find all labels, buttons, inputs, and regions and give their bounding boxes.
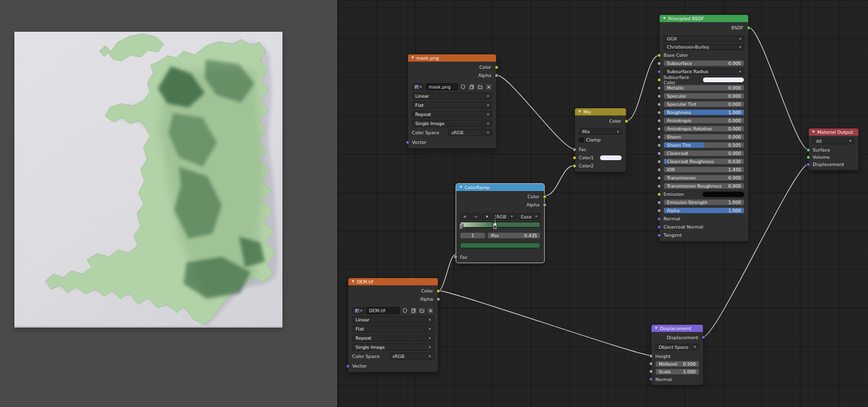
input-socket[interactable]: [573, 164, 576, 168]
node-colorramp[interactable]: ▼ ColorRamp Color Alpha + − ▾ RGB▾ Ease▾: [456, 183, 545, 263]
add-stop-button[interactable]: +: [460, 213, 470, 220]
input-socket[interactable]: [657, 135, 661, 139]
output-socket-alpha[interactable]: [543, 203, 547, 207]
bsdf-param-row[interactable]: Subsurface Color Subsurface Color▾: [664, 76, 744, 84]
output-socket-alpha[interactable]: [436, 297, 440, 301]
mix-input-row[interactable]: Fac Fac▾: [579, 145, 622, 153]
interpolation-dropdown[interactable]: Ease▾: [518, 213, 541, 220]
node-displacement[interactable]: ▼ Displacement Displacement Object Space…: [651, 324, 703, 385]
input-socket[interactable]: [657, 86, 661, 90]
displacement-param-row[interactable]: Midlevel Midlevel0.500▾: [655, 360, 699, 368]
input-socket[interactable]: [657, 225, 661, 229]
input-socket[interactable]: [657, 94, 661, 98]
node-header[interactable]: ▼ DEM.tif: [348, 278, 438, 285]
unlink-image-icon[interactable]: [485, 83, 492, 90]
input-socket[interactable]: [649, 369, 653, 373]
input-socket-vector[interactable]: [406, 140, 409, 144]
node-header[interactable]: ▼ Material Output: [809, 128, 858, 136]
texture-setting-dropdown[interactable]: Single Image Single Image▾: [352, 343, 434, 352]
input-socket[interactable]: [657, 119, 661, 123]
input-socket[interactable]: [573, 156, 576, 160]
input-socket[interactable]: [657, 62, 661, 65]
node-material-output[interactable]: ▼ Material Output All▾ Surface Surface▾: [808, 128, 859, 170]
input-socket[interactable]: [657, 184, 661, 188]
duplicate-image-icon[interactable]: [468, 83, 475, 90]
output-input-row[interactable]: Volume Volume▾: [813, 153, 855, 161]
texture-setting-dropdown[interactable]: Linear Linear▾: [352, 315, 434, 324]
shader-node-editor[interactable]: ▼ mask.png Color Alpha ▾ mask.png: [338, 0, 868, 407]
output-input-row[interactable]: Displacement Displacement▾: [813, 161, 855, 168]
input-socket[interactable]: [657, 209, 661, 213]
bsdf-param-row[interactable]: Metallic Metallic0.000▾: [664, 84, 744, 92]
fake-user-shield-icon[interactable]: [401, 307, 408, 314]
bsdf-param-row[interactable]: IOR IOR1.450▾: [664, 165, 744, 174]
collapse-icon[interactable]: ▼: [663, 17, 665, 20]
displacement-param-row[interactable]: Height Height▾: [655, 352, 699, 360]
fake-user-shield-icon[interactable]: [460, 83, 467, 90]
color-space-dropdown[interactable]: sRGB▾: [448, 129, 492, 136]
texture-setting-dropdown[interactable]: Single Image Single Image▾: [412, 119, 492, 128]
input-socket[interactable]: [657, 70, 661, 74]
bsdf-param-row[interactable]: Alpha Alpha1.000▾: [664, 206, 744, 215]
color-mode-dropdown[interactable]: RGB▾: [493, 213, 516, 220]
gradient-ramp[interactable]: [460, 221, 540, 230]
color-swatch[interactable]: [702, 191, 744, 197]
clamp-checkbox[interactable]: [579, 138, 584, 142]
color-swatch[interactable]: [600, 155, 622, 161]
node-header[interactable]: ▼ Displacement: [651, 325, 703, 332]
input-socket[interactable]: [573, 148, 576, 152]
input-socket[interactable]: [657, 176, 661, 180]
ramp-options-button[interactable]: ▾: [482, 213, 492, 220]
mix-input-row[interactable]: Color1 Color1▾: [579, 153, 622, 162]
input-socket[interactable]: [806, 163, 810, 166]
input-socket[interactable]: [657, 160, 661, 164]
input-socket[interactable]: [657, 53, 661, 57]
texture-setting-dropdown[interactable]: Repeat Repeat▾: [412, 110, 492, 119]
collapse-icon[interactable]: ▼: [352, 280, 354, 283]
stop-index-field[interactable]: 1: [460, 232, 485, 239]
input-socket[interactable]: [657, 111, 661, 114]
input-socket[interactable]: [657, 168, 661, 172]
collapse-icon[interactable]: ▼: [411, 56, 414, 60]
output-socket-color[interactable]: [436, 289, 440, 293]
input-socket[interactable]: [657, 217, 661, 221]
input-socket[interactable]: [657, 192, 661, 196]
output-socket-color[interactable]: [625, 119, 628, 123]
bsdf-param-row[interactable]: Clearcoat Normal Clearcoat Normal▾: [664, 223, 744, 231]
output-socket-alpha[interactable]: [495, 74, 498, 77]
input-socket[interactable]: [657, 102, 661, 106]
output-input-row[interactable]: Surface Surface▾: [813, 146, 855, 153]
input-socket[interactable]: [657, 233, 661, 237]
node-principled-bsdf[interactable]: ▼ Principled BSDF BSDF GGX▾ Christensen-…: [659, 14, 749, 242]
image-browse-button[interactable]: ▾: [412, 83, 424, 90]
bsdf-param-row[interactable]: Anisotropic Rotation Anisotropic Rotatio…: [664, 125, 744, 133]
bsdf-param-row[interactable]: Anisotropic Anisotropic0.000▾: [664, 116, 744, 125]
bsdf-param-row[interactable]: Clearcoat Roughness Clearcoat Roughness0…: [664, 157, 744, 165]
displacement-param-row[interactable]: Scale Scale1.000▾: [655, 368, 699, 375]
output-target-dropdown[interactable]: All▾: [813, 138, 855, 144]
node-image-texture-mask[interactable]: ▼ mask.png Color Alpha ▾ mask.png: [408, 54, 497, 149]
bsdf-param-row[interactable]: Roughness Roughness1.000▾: [664, 108, 744, 116]
image-browse-button[interactable]: ▾: [352, 307, 365, 314]
texture-setting-dropdown[interactable]: Flat Flat▾: [412, 101, 492, 110]
input-socket[interactable]: [806, 155, 810, 159]
input-socket[interactable]: [657, 127, 661, 131]
collapse-icon[interactable]: ▼: [655, 327, 657, 330]
bsdf-param-row[interactable]: Sheen Sheen0.000▾: [664, 133, 744, 141]
bsdf-param-row[interactable]: Specular Specular0.000▾: [664, 92, 744, 100]
bsdf-param-row[interactable]: Specular Tint Specular Tint0.000▾: [664, 100, 744, 108]
node-image-texture-dem[interactable]: ▼ DEM.tif Color Alpha ▾ DEM.tif: [348, 278, 438, 372]
blend-mode-dropdown[interactable]: Mix▾: [579, 128, 622, 135]
bsdf-param-row[interactable]: Tangent Tangent▾: [664, 231, 744, 239]
unlink-image-icon[interactable]: [427, 307, 434, 314]
input-socket[interactable]: [657, 78, 661, 82]
subsurface-method-dropdown[interactable]: Christensen-Burley▾: [664, 44, 744, 50]
input-socket-vector[interactable]: [346, 364, 350, 368]
node-mix[interactable]: ▼ Mix Color Mix▾ Clamp Fac Fac▾: [574, 108, 626, 172]
output-socket-color[interactable]: [495, 65, 498, 69]
node-header[interactable]: ▼ Mix: [575, 108, 626, 115]
selected-stop-color-swatch[interactable]: [460, 242, 540, 248]
output-socket-bsdf[interactable]: [747, 26, 751, 30]
node-header[interactable]: ▼ Principled BSDF: [660, 15, 748, 22]
bsdf-param-row[interactable]: Sheen Tint Sheen Tint0.505▾: [664, 141, 744, 149]
